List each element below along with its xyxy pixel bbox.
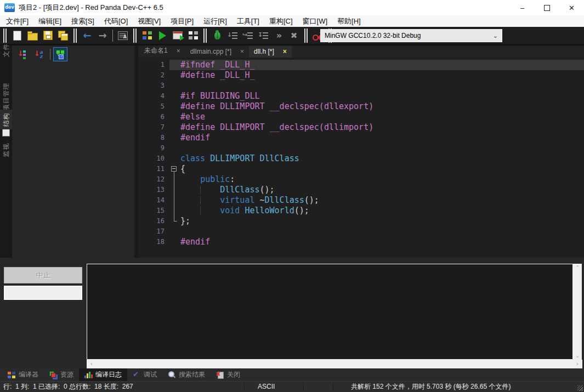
bottom-tab[interactable]: 编译日志 (79, 368, 127, 381)
debug-button[interactable] (211, 29, 223, 42)
continue-button[interactable]: » (273, 29, 285, 42)
chevron-down-icon: ⌄ (493, 32, 502, 39)
code-line[interactable]: 3 (138, 81, 584, 91)
line-number: 14 (138, 195, 169, 206)
compiler-profile-select[interactable]: MinGW GCC10.2.0 32-bit Debug ⌄ (320, 29, 502, 42)
save-button[interactable] (42, 29, 54, 42)
code-line[interactable]: 15 void HelloWorld(); (138, 206, 584, 216)
scroll-right-icon[interactable]: › (574, 360, 581, 368)
side-tab[interactable]: 项目管理 (0, 86, 12, 107)
line-number: 9 (138, 143, 169, 154)
code-area[interactable]: 1#ifndef _DLL_H_2#define _DLL_H_34#if BU… (138, 58, 584, 258)
close-button[interactable]: ✕ (559, 0, 584, 15)
step-into-button[interactable]: ↪ (242, 29, 254, 42)
rebuild-all-button[interactable] (187, 29, 199, 42)
navigate-back-button[interactable]: ← (81, 29, 93, 42)
editor-tab[interactable]: dllmain.cpp [*] × (185, 46, 249, 58)
vertical-scrollbar[interactable]: ⌃ ⌄ (573, 264, 582, 360)
reformat-button[interactable] (117, 29, 129, 42)
fold-column (169, 174, 180, 185)
step-out-button[interactable]: ↧ (257, 29, 269, 42)
menu-item[interactable]: 项目[P] (166, 16, 199, 26)
rebuild-all-icon (189, 31, 198, 40)
side-tab[interactable]: 监视 (0, 140, 12, 160)
code-line[interactable]: 8#endif (138, 133, 584, 143)
code-line[interactable]: 4#if BUILDING_DLL (138, 91, 584, 101)
main-area: 项目管理 结构 监视 文件 (0, 46, 584, 258)
line-number: 10 (138, 154, 169, 164)
fold-column (169, 91, 180, 101)
fold-column (169, 133, 180, 143)
code-line[interactable]: 6#else (138, 112, 584, 122)
abort-button[interactable]: 中止 (4, 267, 82, 283)
encoding-status: ASCII (258, 382, 275, 392)
menu-item[interactable]: 代码[O] (99, 16, 133, 26)
menu-item[interactable]: 帮助[H] (332, 16, 366, 26)
scroll-left-icon[interactable]: ‹ (88, 360, 95, 368)
code-line[interactable]: 1#ifndef _DLL_H_ (138, 60, 584, 70)
side-tab[interactable]: 文件 (0, 46, 12, 55)
new-file-button[interactable] (11, 29, 23, 42)
toolbar-separator (3, 29, 7, 43)
line-number: 17 (138, 226, 169, 237)
step-over-button[interactable]: ↓ (226, 29, 239, 42)
close-tab-icon[interactable]: × (240, 49, 244, 54)
bottom-tab[interactable]: 关闭 (211, 368, 246, 381)
bottom-tab[interactable]: 搜索结果 (162, 368, 211, 381)
code-line[interactable]: 11{ (138, 164, 584, 174)
code-line[interactable]: 9 (138, 143, 584, 154)
close-tab-icon[interactable]: × (283, 49, 287, 54)
editor-tab[interactable]: 未命名1 × (139, 44, 185, 58)
resize-grip[interactable] (577, 385, 583, 391)
bottom-tab[interactable]: 编译器 (2, 368, 44, 381)
menu-item[interactable]: 文件[F] (1, 16, 33, 26)
menu-item[interactable]: 编辑[E] (33, 16, 66, 26)
continue-icon: » (276, 30, 281, 41)
editor-region: 未命名1 × dllmain.cpp [*] × dll.h [*] × 1#i… (134, 46, 584, 258)
menu-item[interactable]: 重构[C] (264, 16, 298, 26)
menu-item[interactable]: 视图[V] (133, 16, 166, 26)
class-hierarchy-icon (56, 50, 60, 54)
code-line[interactable]: 13 DllClass(); (138, 185, 584, 195)
maximize-button[interactable] (535, 0, 559, 15)
code-line[interactable]: 7#define DLLIMPORT __declspec(dllimport) (138, 122, 584, 133)
run-button[interactable] (156, 29, 168, 42)
navigate-forward-button[interactable]: → (97, 29, 109, 42)
compile-and-run-button[interactable] (172, 29, 184, 42)
code-line[interactable]: 14 virtual ~DllClass(); (138, 195, 584, 206)
scroll-down-icon[interactable]: ⌄ (573, 352, 582, 360)
open-button[interactable] (26, 29, 38, 42)
menu-item[interactable]: 窗口[W] (298, 16, 333, 26)
code-line[interactable]: 12 public: (138, 174, 584, 185)
sort-alphabetically-button[interactable] (32, 48, 46, 61)
show-inherited-members-button[interactable] (53, 47, 67, 61)
close-tab-icon[interactable]: × (177, 48, 180, 54)
line-number: 12 (138, 174, 169, 185)
side-tab[interactable]: 结构 (0, 110, 12, 129)
menu-item[interactable]: 搜索[S] (66, 16, 99, 26)
minimize-button[interactable]: – (510, 0, 535, 15)
fold-column (169, 101, 180, 112)
code-line[interactable]: 16}; (138, 216, 584, 226)
compile-log-icon (84, 371, 93, 378)
save-all-button[interactable] (57, 29, 69, 42)
sort-by-type-button[interactable] (16, 48, 29, 61)
menu-item[interactable]: 工具[T] (232, 16, 264, 26)
scroll-up-icon[interactable]: ⌃ (573, 264, 582, 271)
fold-collapse-icon[interactable] (169, 164, 180, 174)
menu-item[interactable]: 运行[R] (199, 16, 232, 26)
code-line[interactable]: 17 (138, 226, 584, 237)
code-line[interactable]: 18#endif (138, 237, 584, 247)
compile-button[interactable] (141, 29, 153, 42)
compile-log-output[interactable] (87, 264, 573, 360)
code-line[interactable]: 2#define _DLL_H_ (138, 70, 584, 81)
back-arrow-icon: ← (83, 30, 91, 41)
code-line[interactable]: 10class DLLIMPORT DllClass (138, 154, 584, 164)
bottom-tab[interactable]: 调试 (127, 368, 162, 381)
horizontal-scrollbar[interactable]: ‹ › (87, 360, 582, 368)
code-line[interactable]: 5#define DLLIMPORT __declspec(dllexport) (138, 101, 584, 112)
stop-execution-button[interactable]: ✖ (288, 29, 300, 42)
bottom-tab[interactable]: 资源 (44, 368, 79, 381)
editor-tab[interactable]: dll.h [*] × (249, 46, 292, 58)
statusbar: 行: 1 列: 1 已选择: 0 总行数: 18 长度: 267 ASCII 共… (0, 381, 584, 392)
